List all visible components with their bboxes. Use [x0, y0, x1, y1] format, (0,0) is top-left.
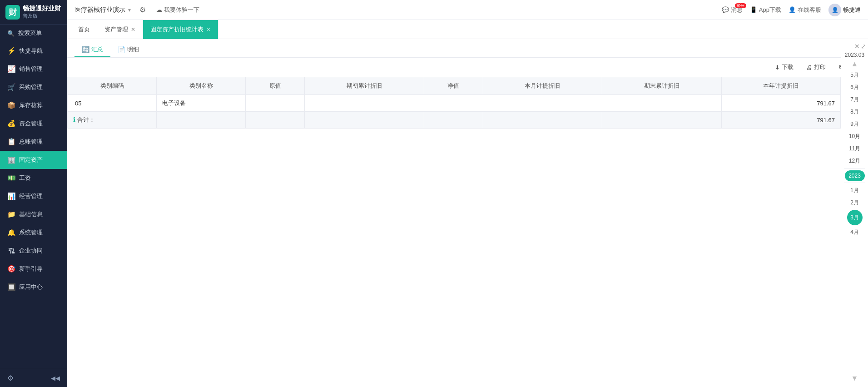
- system-icon: 🔔: [7, 228, 15, 237]
- month-2[interactable]: 2月: [845, 197, 865, 209]
- month-4[interactable]: 4月: [845, 226, 865, 238]
- month-9[interactable]: 9月: [845, 118, 865, 130]
- month-1[interactable]: 1月: [845, 184, 865, 197]
- footer-settings-icon[interactable]: ⚙: [7, 374, 14, 382]
- scroll-down-icon[interactable]: ▼: [850, 373, 859, 383]
- panel-expand-icon[interactable]: ⤢: [861, 43, 866, 50]
- sidebar-label: 应用中心: [19, 283, 43, 291]
- topbar-settings-button[interactable]: ⚙: [136, 4, 149, 16]
- quick-nav-icon: ⚡: [7, 47, 15, 55]
- panel-header: ✕ ⤢: [841, 41, 868, 51]
- content-inner: 🔄 汇总 📄 明细 ⬇ 下载 🖨 打印 ↻: [67, 39, 868, 387]
- month-10[interactable]: 10月: [845, 130, 865, 143]
- sales-icon: 📈: [7, 65, 15, 73]
- month-7[interactable]: 7月: [845, 94, 865, 106]
- tab-depreciation-table[interactable]: 固定资产折旧统计表 ✕: [143, 20, 218, 39]
- cell-name: 电子设备: [157, 95, 246, 112]
- experience-button[interactable]: ☁ 我要体验一下: [156, 6, 199, 14]
- cloud-icon: ☁: [156, 6, 162, 13]
- depreciation-close-icon[interactable]: ✕: [206, 26, 211, 33]
- sidebar-item-operations[interactable]: 📊 经营管理: [0, 187, 67, 205]
- month-5[interactable]: 5月: [845, 69, 865, 81]
- sidebar-item-fixed-assets[interactable]: 🏢 固定资产: [0, 151, 67, 169]
- topbar-right: 💬 消息 99+ 📱 App下载 👤 在线客服 👤 畅捷通: [722, 4, 861, 16]
- sidebar-item-ledger[interactable]: 📋 总账管理: [0, 133, 67, 151]
- year-2023[interactable]: 2023: [845, 170, 865, 181]
- print-button[interactable]: 🖨 打印: [803, 61, 829, 73]
- sidebar-item-quick-nav[interactable]: ⚡ 快捷导航: [0, 42, 67, 60]
- scroll-up-icon[interactable]: ▲: [850, 59, 859, 69]
- cell-period-end: [602, 95, 721, 112]
- sidebar-label: 采购管理: [19, 83, 43, 91]
- sidebar-label: 新手引导: [19, 265, 43, 273]
- user-profile[interactable]: 👤 畅捷通: [828, 4, 861, 16]
- sidebar-item-enterprise[interactable]: 🏗 企业协同: [0, 242, 67, 260]
- messages-button[interactable]: 💬 消息 99+: [722, 6, 743, 14]
- total-period-end: [602, 112, 721, 129]
- print-icon: 🖨: [806, 64, 812, 71]
- subtab-summary[interactable]: 🔄 汇总: [74, 43, 110, 57]
- depreciation-table-label: 固定资产折旧统计表: [150, 25, 203, 34]
- month-11[interactable]: 11月: [845, 143, 865, 155]
- home-tab-label: 首页: [78, 25, 90, 34]
- sidebar-item-payroll[interactable]: 💵 工资: [0, 169, 67, 187]
- app-download-button[interactable]: 📱 App下载: [750, 6, 781, 14]
- download-icon: ⬇: [775, 64, 780, 71]
- purchase-icon: 🛒: [7, 83, 15, 91]
- col-net-value: 净值: [424, 77, 483, 95]
- print-label: 打印: [814, 63, 826, 71]
- sidebar-search[interactable]: 🔍 搜索菜单: [0, 25, 67, 42]
- total-label: 合计：: [77, 116, 95, 123]
- sidebar-item-purchase[interactable]: 🛒 采购管理: [0, 78, 67, 96]
- tab-asset-mgmt[interactable]: 资产管理 ✕: [97, 20, 143, 39]
- cell-monthly: [483, 95, 602, 112]
- col-period-start: 期初累计折旧: [305, 77, 424, 95]
- detail-icon: 📄: [118, 46, 125, 53]
- sidebar-item-inventory[interactable]: 📦 库存核算: [0, 96, 67, 114]
- logo-text-block: 畅捷通好业财 普及版: [23, 5, 61, 20]
- username: 畅捷通: [843, 6, 861, 14]
- footer-collapse-icon[interactable]: ◀◀: [51, 375, 60, 382]
- tabbar: 首页 资产管理 ✕ 固定资产折旧统计表 ✕: [67, 20, 868, 39]
- year-divider: [844, 169, 865, 169]
- tab-home[interactable]: 首页: [71, 20, 97, 39]
- cell-code: 05: [68, 95, 157, 112]
- total-row: ℹ 合计： 791.67: [68, 112, 841, 129]
- sidebar-item-guide[interactable]: 🎯 新手引导: [0, 260, 67, 278]
- sidebar-label: 系统管理: [19, 228, 43, 237]
- online-support-label: 在线客服: [798, 6, 821, 14]
- ledger-icon: 📋: [7, 138, 15, 146]
- total-label-cell: ℹ 合计：: [68, 112, 157, 129]
- sidebar-item-sales[interactable]: 📈 销售管理: [0, 60, 67, 78]
- month-6[interactable]: 6月: [845, 81, 865, 94]
- cell-annual: 791.67: [721, 95, 840, 112]
- download-button[interactable]: ⬇ 下载: [771, 61, 797, 73]
- subtab-detail[interactable]: 📄 明细: [110, 43, 146, 57]
- asset-mgmt-close-icon[interactable]: ✕: [131, 26, 135, 33]
- sidebar-item-basic-info[interactable]: 📁 基础信息: [0, 205, 67, 223]
- company-selector[interactable]: 医疗器械行业演示 ▾: [74, 6, 131, 14]
- panel-close-icon[interactable]: ✕: [854, 43, 860, 50]
- year-label: 2023.03: [845, 51, 864, 59]
- support-icon: 👤: [789, 6, 796, 13]
- main-area: 医疗器械行业演示 ▾ ⚙ ☁ 我要体验一下 💬 消息 99+ 📱 App下载 👤…: [67, 0, 868, 387]
- col-period-end: 期末累计折旧: [602, 77, 721, 95]
- month-3[interactable]: 3月: [847, 210, 863, 225]
- online-support-button[interactable]: 👤 在线客服: [789, 6, 821, 14]
- total-annual: 791.67: [721, 112, 840, 129]
- topbar: 医疗器械行业演示 ▾ ⚙ ☁ 我要体验一下 💬 消息 99+ 📱 App下载 👤…: [67, 0, 868, 20]
- operations-icon: 📊: [7, 192, 15, 200]
- sidebar-label: 固定资产: [19, 156, 43, 164]
- sidebar-item-fund[interactable]: 💰 资金管理: [0, 114, 67, 133]
- sidebar-item-system[interactable]: 🔔 系统管理: [0, 223, 67, 242]
- month-8[interactable]: 8月: [845, 106, 865, 118]
- sidebar-item-app-center[interactable]: 🔲 应用中心: [0, 278, 67, 296]
- month-12[interactable]: 12月: [845, 155, 865, 167]
- fixed-assets-icon: 🏢: [7, 156, 15, 164]
- sidebar-logo: 财 畅捷通好业财 普及版: [0, 0, 67, 25]
- date-panel: ✕ ⤢ 2023.03 ▲ 5月 6月 7月 8月 9月 10月 11月 12月…: [841, 39, 868, 387]
- phone-icon: 📱: [750, 6, 757, 13]
- payroll-icon: 💵: [7, 174, 15, 182]
- sidebar-label: 快捷导航: [19, 47, 43, 55]
- total-net: [424, 112, 483, 129]
